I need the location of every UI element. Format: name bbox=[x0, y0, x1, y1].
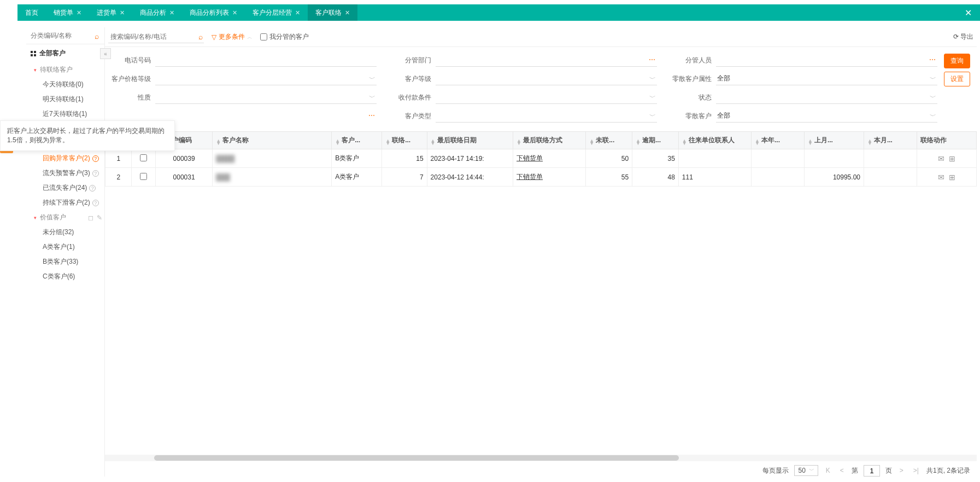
chevron-down-icon[interactable]: ﹀ bbox=[649, 93, 656, 102]
tab-0[interactable]: 首页 bbox=[17, 4, 46, 21]
close-icon[interactable]: ✕ bbox=[345, 4, 350, 21]
export-button[interactable]: ⟳ 导出 bbox=[953, 32, 973, 42]
row-checkbox[interactable] bbox=[140, 173, 147, 180]
sidebar-root[interactable]: 全部客户 bbox=[26, 44, 104, 62]
my-customers-checkbox-wrap[interactable]: 我分管的客户 bbox=[260, 32, 309, 42]
sidebar-item[interactable]: C类客户(6) bbox=[26, 269, 104, 284]
edit-icon[interactable]: ✎ bbox=[97, 214, 102, 222]
sidebar-item[interactable]: A类客户(1) bbox=[26, 240, 104, 254]
close-icon[interactable]: ✕ bbox=[295, 4, 300, 21]
sidebar-item[interactable]: 今天待联络(0) bbox=[26, 77, 104, 92]
search-icon[interactable]: ⌕ bbox=[95, 32, 99, 40]
more-conditions[interactable]: ▽ 更多条件 ︿ bbox=[212, 32, 253, 42]
table-header[interactable]: 联络动作 bbox=[917, 132, 976, 149]
wechat-icon[interactable]: ✉ bbox=[938, 154, 944, 163]
sidebar-collapse-icon[interactable]: « bbox=[100, 48, 111, 59]
query-button[interactable]: 查询 bbox=[944, 54, 970, 68]
pager-prev[interactable]: < bbox=[838, 467, 846, 474]
wechat-icon[interactable]: ✉ bbox=[938, 173, 944, 182]
table-header[interactable]: ▲▼客户... bbox=[332, 132, 382, 149]
filter-input[interactable]: ﹀ bbox=[155, 91, 377, 104]
sidebar-item[interactable]: 已流失客户(24)? bbox=[26, 181, 104, 195]
filter-input[interactable]: ﹀ bbox=[436, 109, 657, 123]
table-header[interactable]: ▲▼本月... bbox=[864, 132, 917, 149]
row-checkbox[interactable] bbox=[140, 154, 147, 161]
close-icon[interactable]: ✕ bbox=[232, 4, 237, 21]
filter-input[interactable] bbox=[155, 54, 377, 67]
sidebar-item[interactable]: 回购异常客户(2)? bbox=[26, 151, 104, 166]
table-header[interactable]: ▲▼逾期... bbox=[632, 132, 679, 149]
table-scroll[interactable]: ⚙ ▲▼客户编码▲▼客户名称▲▼客户...▲▼联络...▲▼最后联络日期▲▼最后… bbox=[105, 131, 977, 451]
pager-page-input[interactable] bbox=[864, 465, 880, 477]
sidebar-item[interactable]: 明天待联络(1) bbox=[26, 92, 104, 107]
more-action-icon[interactable]: ⊞ bbox=[949, 154, 955, 163]
sidebar-group[interactable]: ▾价值客户◻✎ bbox=[26, 210, 104, 225]
main-toolbar: ⌕ ▽ 更多条件 ︿ 我分管的客户 ⟳ 导出 bbox=[105, 27, 977, 47]
table-header[interactable]: ▲▼客户名称 bbox=[213, 132, 332, 149]
per-page-select[interactable]: 50 ﹀ bbox=[794, 465, 818, 476]
table-header[interactable]: ▲▼最后联络日期 bbox=[427, 132, 513, 149]
pager-first[interactable]: K bbox=[824, 467, 832, 474]
more-action-icon[interactable]: ⊞ bbox=[949, 173, 955, 182]
chevron-down-icon[interactable]: ﹀ bbox=[369, 74, 375, 84]
more-icon[interactable]: ⋯ bbox=[929, 56, 936, 63]
chevron-down-icon[interactable]: ﹀ bbox=[649, 74, 656, 84]
sidebar-item[interactable]: 流失预警客户(3)? bbox=[26, 166, 104, 181]
tab-close-all-icon[interactable]: ✕ bbox=[960, 5, 976, 20]
chevron-down-icon[interactable]: ﹀ bbox=[930, 112, 936, 121]
table-header[interactable]: ▲▼上月... bbox=[804, 132, 864, 149]
chevron-down-icon[interactable]: ﹀ bbox=[930, 74, 936, 84]
tab-6[interactable]: 客户联络✕ bbox=[308, 4, 357, 21]
pager-last[interactable]: >| bbox=[911, 467, 921, 474]
main-search-input[interactable] bbox=[108, 31, 204, 43]
last-way-link[interactable]: 下销货单 bbox=[517, 154, 543, 162]
my-customers-checkbox[interactable] bbox=[260, 33, 267, 40]
tab-3[interactable]: 商品分析✕ bbox=[132, 4, 182, 21]
filter-input[interactable]: ⋯ bbox=[716, 54, 937, 67]
more-icon[interactable]: ⋯ bbox=[368, 112, 375, 119]
sidebar-item[interactable]: 未分组(32) bbox=[26, 225, 104, 240]
help-icon[interactable]: ? bbox=[92, 200, 99, 206]
sidebar-group[interactable]: ▾待联络客户 bbox=[26, 62, 104, 77]
scrollbar-thumb[interactable] bbox=[154, 455, 679, 461]
sidebar-item[interactable]: B类客户(33) bbox=[26, 254, 104, 269]
table-header[interactable]: ▲▼联络... bbox=[382, 132, 427, 149]
table-header[interactable]: ▲▼本年... bbox=[752, 132, 805, 149]
sidebar-item[interactable]: 近7天待联络(1) bbox=[26, 107, 104, 121]
settings-button[interactable]: 设置 bbox=[944, 72, 970, 86]
chevron-down-icon[interactable]: ﹀ bbox=[930, 93, 936, 102]
tab-1[interactable]: 销货单✕ bbox=[46, 4, 89, 21]
chevron-down-icon[interactable]: ﹀ bbox=[369, 93, 375, 102]
row-select[interactable] bbox=[132, 168, 156, 187]
row-select[interactable] bbox=[132, 149, 156, 168]
close-icon[interactable]: ✕ bbox=[169, 4, 174, 21]
filter-input[interactable]: ﹀ bbox=[436, 91, 657, 104]
tab-4[interactable]: 商品分析列表✕ bbox=[182, 4, 245, 21]
filter-field: 分管人员⋯ bbox=[670, 54, 937, 67]
tab-5[interactable]: 客户分层经营✕ bbox=[245, 4, 308, 21]
horizontal-scrollbar[interactable] bbox=[105, 455, 977, 461]
table-header[interactable]: ▲▼往来单位联系人 bbox=[678, 132, 751, 149]
help-icon[interactable]: ? bbox=[89, 185, 96, 191]
tab-2[interactable]: 进货单✕ bbox=[89, 4, 132, 21]
pager-next[interactable]: > bbox=[897, 467, 906, 474]
add-icon[interactable]: ◻ bbox=[88, 214, 93, 222]
sidebar-item[interactable]: 持续下滑客户(2)? bbox=[26, 195, 104, 210]
search-icon[interactable]: ⌕ bbox=[198, 32, 203, 41]
last-way-link[interactable]: 下销货单 bbox=[517, 173, 543, 181]
table-header[interactable]: ▲▼最后联络方式 bbox=[513, 132, 586, 149]
filter-input[interactable]: 全部﹀ bbox=[716, 72, 937, 85]
help-icon[interactable]: ? bbox=[92, 170, 99, 177]
sidebar-search-input[interactable] bbox=[28, 30, 100, 42]
help-icon[interactable]: ? bbox=[92, 155, 99, 162]
table-header[interactable]: ▲▼未联... bbox=[586, 132, 632, 149]
close-icon[interactable]: ✕ bbox=[120, 4, 125, 21]
chevron-down-icon[interactable]: ﹀ bbox=[649, 112, 656, 121]
filter-input[interactable]: ﹀ bbox=[155, 72, 377, 85]
filter-input[interactable]: ﹀ bbox=[716, 91, 937, 104]
filter-input[interactable]: 全部﹀ bbox=[716, 109, 937, 123]
filter-input[interactable]: ⋯ bbox=[436, 54, 657, 67]
more-icon[interactable]: ⋯ bbox=[649, 56, 656, 63]
close-icon[interactable]: ✕ bbox=[77, 4, 81, 21]
filter-input[interactable]: ﹀ bbox=[436, 72, 657, 85]
